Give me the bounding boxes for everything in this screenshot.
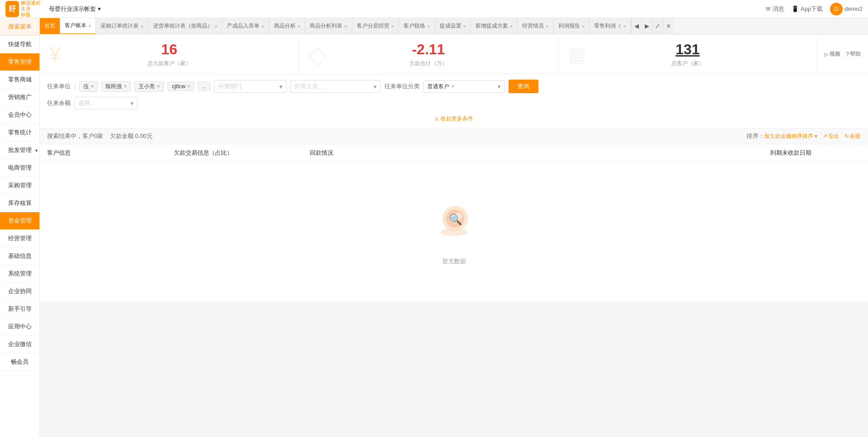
sidebar-item-member-center[interactable]: 会员中心 — [0, 106, 39, 124]
col-header-date: 到期未收款日期 — [770, 149, 861, 157]
tab-maximize-button[interactable]: ⤢ — [652, 18, 663, 34]
export-button[interactable]: ↗ 导出 — [823, 133, 839, 140]
tab-new-commission[interactable]: 新增提成方案 × — [471, 18, 518, 34]
tab-inbound-stats[interactable]: 进货单统计表（按商品） × — [149, 18, 222, 34]
tab-home[interactable]: 首页 — [40, 18, 60, 34]
stat-value-debt-customers: 16 — [161, 41, 177, 58]
filter-remain-select[interactable]: 选择... ▾ — [74, 97, 138, 109]
sidebar-item-enterprise[interactable]: 企业协同 — [0, 283, 39, 300]
stat-bg-icon-0: ¥ — [49, 42, 61, 66]
filter-row-1: 往来单位 | 伍 × 陈民强 × 王小亮 × cjttc — [47, 80, 861, 93]
stat-bg-icon-2: ▦ — [567, 43, 586, 66]
tab-purchase-order-stats[interactable]: 采购订单统计表 × — [96, 18, 148, 34]
sidebar-item-purchase[interactable]: 采购管理 — [0, 177, 39, 195]
sidebar-item-member[interactable]: 畅会员 — [0, 353, 39, 371]
tab-close-all-button[interactable]: ✕ — [663, 18, 674, 34]
tab-close-business[interactable]: × — [546, 24, 548, 29]
logo-area: 好 畅捷通好生意 标版 — [5, 0, 45, 18]
help-icon: ? — [846, 51, 849, 57]
tab-close-new-commission[interactable]: × — [510, 24, 513, 29]
filter-tag-cjttcw-close[interactable]: × — [187, 83, 190, 90]
sidebar-item-marketing[interactable]: 营销推广 — [0, 89, 39, 106]
svg-text:🔍: 🔍 — [449, 213, 462, 226]
message-button[interactable]: ✉ 消息 — [766, 5, 784, 13]
filter-unit-separator: | — [74, 83, 76, 90]
store-selector[interactable]: 母婴行业演示帐套 ▾ — [49, 5, 103, 13]
tab-production-inbound[interactable]: 产成品入库单 × — [222, 18, 269, 34]
store-dropdown-icon: ▾ — [98, 5, 101, 12]
tab-close-customer-tier[interactable]: × — [391, 24, 394, 29]
col-header-debt: 欠款交易信息（占比） — [174, 149, 310, 157]
tab-profit-report[interactable]: 利润报告 × — [554, 18, 590, 34]
tab-customer-tier[interactable]: 客户分层经营 × — [352, 18, 399, 34]
avatar: D — [830, 3, 843, 15]
filter-tag-cjttcw: cjttcw × — [168, 82, 194, 91]
video-button[interactable]: ▷ 视频 — [825, 50, 840, 58]
tab-close-customer-ledger[interactable]: × — [88, 23, 91, 28]
empty-text: 暂无数据 — [442, 257, 466, 266]
sidebar-item-wholesale[interactable]: 批发管理 — [0, 142, 39, 159]
filter-remain-arrow: ▾ — [130, 100, 134, 107]
sort-button[interactable]: 按欠款金额倒序排序 ▾ — [764, 133, 817, 140]
app-download-button[interactable]: 📱 App下载 — [791, 5, 823, 13]
tab-product-analysis-list[interactable]: 商品分析列表 × — [305, 18, 352, 34]
tab-close-retail-profit[interactable]: × — [623, 24, 626, 29]
sort-arrow-icon: ▾ — [815, 133, 817, 139]
filter-tag-wu: 伍 × — [79, 81, 98, 92]
tab-business-status[interactable]: 经营情况 × — [518, 18, 553, 34]
sidebar-item-ecommerce[interactable]: 电商管理 — [0, 159, 39, 177]
sidebar-item-finance[interactable]: 资金管理 — [0, 212, 39, 230]
collapse-icon: ∧ — [435, 116, 439, 122]
tab-commission-setting[interactable]: 提成设置 × — [435, 18, 471, 34]
tab-retail-profit[interactable]: 零售利润（ × — [590, 18, 631, 34]
tab-customer-contact[interactable]: 客户联络 × — [399, 18, 435, 34]
tab-prev-button[interactable]: ◀ — [631, 18, 642, 34]
filter-class-select[interactable]: 普通客户 × ▾ — [423, 81, 505, 93]
filter-dept-select[interactable]: 分管部门 ▾ — [214, 80, 287, 93]
filter-class-tag-close[interactable]: × — [451, 83, 454, 90]
col-header-customer: 客户信息 — [47, 149, 174, 157]
query-button[interactable]: 查询 — [508, 80, 538, 93]
export-icon: ↗ — [823, 133, 827, 139]
tab-close-inbound[interactable]: × — [215, 24, 217, 29]
tab-close-product-list[interactable]: × — [344, 24, 347, 29]
sidebar-item-guide[interactable]: 新手引导 — [0, 300, 39, 318]
refresh-button[interactable]: ↻ 刷新 — [844, 133, 861, 140]
sidebar-search[interactable]: 搜索菜单 — [0, 18, 39, 36]
tab-close-commission[interactable]: × — [463, 24, 466, 29]
tab-close-profit[interactable]: × — [582, 24, 585, 29]
sidebar-item-wechat[interactable]: 企业微信 — [0, 336, 39, 353]
sidebar-item-retail-mall[interactable]: 零售商城 — [0, 71, 39, 89]
tab-close-production[interactable]: × — [261, 24, 264, 29]
sidebar-item-retail-stats[interactable]: 零售统计 — [0, 124, 39, 142]
data-table: 客户信息 欠款交易信息（占比） 回款情况 到期未收款日期 🔍 — [40, 144, 868, 302]
filter-tag-chen-close[interactable]: × — [124, 83, 127, 90]
sidebar-item-inventory[interactable]: 库存核算 — [0, 195, 39, 212]
filter-tag-wu-close[interactable]: × — [91, 83, 94, 90]
sidebar-item-app-center[interactable]: 应用中心 — [0, 318, 39, 336]
stat-debt-total: ◇ -2.11 欠款合计（万） — [299, 36, 558, 73]
tab-close-product[interactable]: × — [297, 24, 300, 29]
tab-next-button[interactable]: ▶ — [642, 18, 652, 34]
collapse-button[interactable]: ∧ 收起更多条件 — [435, 115, 473, 123]
empty-state: 🔍 暂无数据 — [40, 162, 868, 302]
tab-close-contact[interactable]: × — [427, 24, 430, 29]
sidebar-item-operations[interactable]: 经营管理 — [0, 230, 39, 247]
result-bar: 搜索结果中，客户0家 欠款金额 0.00元 排序： 按欠款金额倒序排序 ▾ ↗ … — [40, 128, 868, 144]
main-layout: 搜索菜单 快捷导航 零售管理 零售商城 营销推广 会员中心 零售统计 批发管理 … — [0, 18, 868, 437]
tab-customer-ledger[interactable]: 客户账本 × — [60, 18, 96, 34]
filter-more-tags[interactable]: ... — [198, 82, 211, 91]
tab-product-analysis[interactable]: 商品分析 × — [269, 18, 305, 34]
stat-label-total-customers: 总客户（家） — [671, 60, 704, 67]
filter-person-select[interactable]: 分管人员 … ▾ — [290, 80, 381, 93]
filter-class-arrow: ▾ — [498, 83, 501, 90]
filter-tag-wang-close[interactable]: × — [157, 83, 160, 90]
help-button[interactable]: ? 帮助 — [846, 50, 861, 58]
sidebar-item-retail-management[interactable]: 零售管理 — [0, 53, 39, 71]
tab-close-purchase[interactable]: × — [140, 24, 143, 29]
sidebar-item-system[interactable]: 系统管理 — [0, 265, 39, 283]
user-menu[interactable]: D demo2 — [830, 3, 863, 15]
sidebar-item-basic-info[interactable]: 基础信息 — [0, 247, 39, 265]
video-icon: ▷ — [825, 51, 829, 57]
sidebar-quick-nav[interactable]: 快捷导航 — [0, 36, 39, 53]
